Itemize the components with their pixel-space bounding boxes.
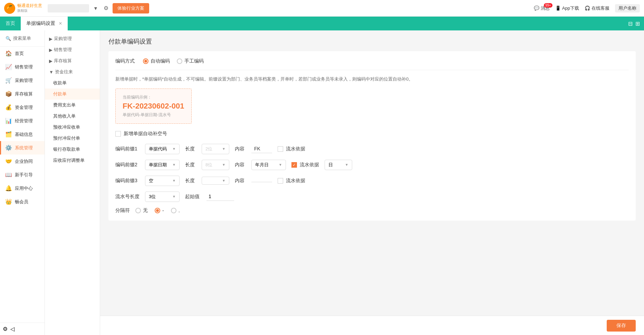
- footer-bar: 保存: [100, 316, 644, 335]
- prefix1-select[interactable]: 单据代码 ▼: [145, 144, 180, 154]
- manual-code-radio[interactable]: 手工编码: [177, 58, 204, 64]
- prefix2-content-select[interactable]: 年月日 ▼: [251, 160, 286, 170]
- sidebar-item-member[interactable]: 👑 畅会员: [0, 195, 45, 208]
- tree-group-purchase[interactable]: ▶ 采购管理: [45, 33, 100, 44]
- finance-icon: 💰: [5, 104, 12, 111]
- tree-item-expense[interactable]: 费用支出单: [45, 100, 100, 111]
- prefix2-chevron: ▼: [172, 163, 176, 167]
- guide-icon: 📖: [5, 171, 12, 178]
- sidebar-item-operation[interactable]: 📊 经营管理: [0, 114, 45, 128]
- prefix3-length-chevron: ▼: [222, 179, 225, 183]
- prefix1-flow-area: 流水依据: [278, 146, 305, 152]
- tree-group-sales[interactable]: ▶ 销售管理: [45, 44, 100, 55]
- message-area[interactable]: 💬 消息 99+: [534, 5, 550, 11]
- sep-dot-radio[interactable]: .: [171, 208, 180, 213]
- tree-item-receipt[interactable]: 收款单: [45, 77, 100, 89]
- content-wrapper: 付款单编码设置 编码方式 自动编码 手工编码: [100, 30, 644, 335]
- home-icon: 🏠: [5, 50, 12, 57]
- dropdown-arrow[interactable]: ▼: [92, 4, 99, 12]
- sidebar-item-purchase-label: 采购管理: [15, 77, 33, 84]
- tree-item-income[interactable]: 其他收入单: [45, 111, 100, 122]
- code-preview-value: FK-20230602-001: [123, 102, 184, 111]
- sidebar-item-sales[interactable]: 📈 销售管理: [0, 60, 45, 74]
- search-menu-button[interactable]: 🔍 搜索菜单: [3, 33, 42, 44]
- prefix2-length-value: 8位: [205, 162, 212, 168]
- sidebar-item-enterprise[interactable]: 🤝 企业协同: [0, 155, 45, 168]
- sidebar-item-finance[interactable]: 💰 资金管理: [0, 101, 45, 114]
- headset-icon: 🎧: [585, 6, 590, 11]
- tree-item-payment[interactable]: 付款单: [45, 89, 100, 100]
- start-value-input[interactable]: [206, 192, 234, 201]
- hint-text: 新增单据时，*单据编码*自动生成，不可编辑。前缀设置为部门、业务员等档案类，开单…: [115, 76, 629, 83]
- service-area[interactable]: 🎧 在线客服: [585, 5, 609, 11]
- trial-button[interactable]: 体验行业方案: [113, 3, 149, 13]
- sep-dash-radio[interactable]: -: [155, 208, 164, 213]
- chevron-right-purchase: ▶: [49, 36, 52, 41]
- prefix1-label: 编码前缀1: [115, 146, 140, 152]
- sep-none-radio[interactable]: 无: [135, 207, 148, 214]
- sidebar-search-area: 🔍 搜索菜单: [0, 30, 45, 47]
- prefix2-select[interactable]: 单据日期 ▼: [145, 160, 180, 170]
- prefix1-flow-checkbox[interactable]: [278, 146, 283, 152]
- prefix1-length-select: 2位 ▼: [202, 144, 229, 154]
- sidebar-item-app[interactable]: 🔔 应用中心: [0, 182, 45, 195]
- tree-item-advance-receipt[interactable]: 预收冲应收单: [45, 122, 100, 133]
- prefix2-period-value: 日: [328, 162, 333, 168]
- tree-item-advance-payment[interactable]: 预付冲应付单: [45, 133, 100, 144]
- prefix2-flow-area: ✓ 流水依据: [291, 162, 319, 168]
- topbar-left: 🍊 畅通道好生意 旗舰版 ▼ ⚙ 体验行业方案: [4, 3, 149, 14]
- tree-group-finance[interactable]: ▼ 资金往来: [45, 66, 100, 77]
- system-icon: ⚙️: [5, 145, 12, 151]
- minimize-icon[interactable]: ⊟: [628, 20, 633, 27]
- tab-expand-controls: ⊟ ⊞: [628, 20, 644, 27]
- sidebar-item-inventory-label: 库存核算: [15, 91, 33, 97]
- tree-group-inventory[interactable]: ▶ 库存核算: [45, 55, 100, 66]
- logo-text-area: 畅通道好生意 旗舰版: [17, 3, 42, 13]
- sales-icon: 📈: [5, 64, 12, 70]
- tree-item-bank[interactable]: 银行存取款单: [45, 144, 100, 155]
- save-button[interactable]: 保存: [607, 320, 636, 332]
- serial-length-select[interactable]: 3位 ▼: [145, 192, 180, 202]
- sidebar-item-guide[interactable]: 📖 新手引导: [0, 168, 45, 182]
- sep-dash-dot: [156, 209, 159, 212]
- search-bar[interactable]: [48, 4, 89, 12]
- sidebar-item-purchase[interactable]: 🛒 采购管理: [0, 74, 45, 87]
- sidebar-item-system[interactable]: ⚙️ 系统管理: [0, 141, 45, 155]
- prefix2-flow-checkbox[interactable]: ✓: [291, 162, 297, 168]
- prefix2-length-select: 8位 ▼: [202, 160, 229, 170]
- prefix3-chevron: ▼: [172, 179, 176, 183]
- prefix2-period-select[interactable]: 日 ▼: [325, 160, 352, 170]
- tree-item-adjust[interactable]: 应收应付调整单: [45, 155, 100, 166]
- encoding-method-label: 编码方式: [115, 58, 135, 64]
- logo-area: 🍊 畅通道好生意 旗舰版: [4, 3, 42, 14]
- app-icon: 🔔: [5, 185, 12, 192]
- settings-bottom-icon[interactable]: ⚙: [3, 326, 8, 332]
- prefix1-content-value: FK: [251, 145, 272, 153]
- tree-item-payment-label: 付款单: [53, 91, 67, 96]
- tab-home[interactable]: 首页: [0, 17, 21, 30]
- fullscreen-icon[interactable]: ⊞: [635, 20, 640, 27]
- tab-encoding[interactable]: 单据编码设置 ✕: [21, 17, 68, 30]
- auto-fill-checkbox[interactable]: [115, 131, 121, 137]
- member-icon: 👑: [5, 198, 12, 205]
- user-area[interactable]: 用户名称: [615, 4, 640, 12]
- auto-code-radio[interactable]: 自动编码: [143, 58, 170, 64]
- prefix3-length-select[interactable]: ▼: [202, 177, 229, 185]
- sidebar-item-finance-label: 资金管理: [15, 104, 33, 111]
- sidebar-item-home[interactable]: 🏠 首页: [0, 47, 45, 60]
- prefix3-flow-label: 流水依据: [286, 178, 305, 184]
- download-area[interactable]: 📱 App下载: [555, 5, 579, 11]
- prefix3-select[interactable]: 空 ▼: [145, 176, 180, 186]
- tree-group-inventory-label: 库存核算: [54, 58, 72, 64]
- sidebar-item-inventory[interactable]: 📦 库存核算: [0, 87, 45, 101]
- manual-code-radio-circle: [177, 58, 182, 64]
- auto-code-label: 自动编码: [151, 58, 170, 64]
- tab-close-icon[interactable]: ✕: [59, 21, 62, 26]
- serial-length-value: 3位: [149, 194, 156, 200]
- prefix3-flow-checkbox[interactable]: [278, 178, 283, 184]
- sidebar-item-basic[interactable]: 🗂️ 基础信息: [0, 128, 45, 141]
- sidebar-item-enterprise-label: 企业协同: [15, 158, 33, 165]
- sidebar-nav: 🏠 首页 📈 销售管理 🛒 采购管理 📦 库存核算 💰 资金管理 📊 经: [0, 47, 45, 323]
- gear-button[interactable]: ⚙: [102, 3, 110, 13]
- collapse-icon[interactable]: ◁: [10, 326, 15, 332]
